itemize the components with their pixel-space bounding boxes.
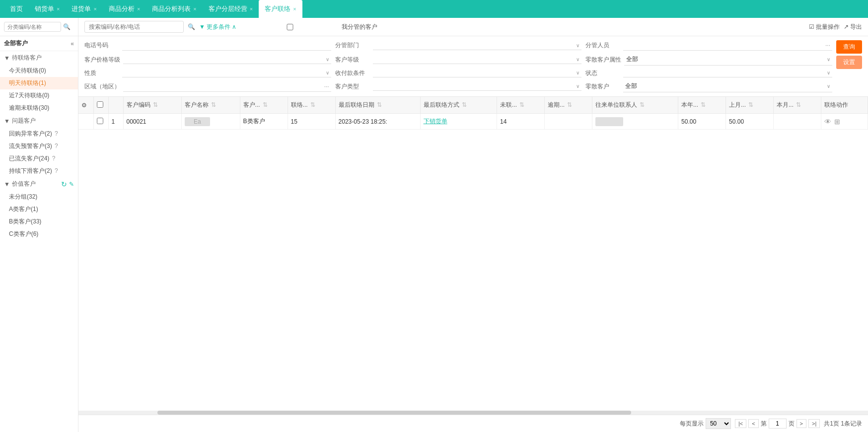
th-contact-count[interactable]: 联络... ⇅ bbox=[288, 97, 335, 114]
td-index: 1 bbox=[108, 114, 123, 130]
more-options-icon[interactable]: ··· bbox=[825, 42, 830, 49]
sidebar-item-type-c[interactable]: C类客户(6) bbox=[0, 228, 78, 240]
sidebar-item-loss-risk[interactable]: 流失预警客户(3) ? bbox=[0, 140, 78, 152]
td-last-contact-method: 下销货单 bbox=[420, 114, 497, 130]
nav-purchase-order[interactable]: 进货单 × bbox=[66, 0, 102, 18]
nav-sales-order[interactable]: 销货单 × bbox=[29, 0, 66, 18]
region-more-icon[interactable]: ··· bbox=[324, 83, 329, 90]
refresh-icon[interactable]: ↻ bbox=[61, 180, 67, 188]
filter-nature-select[interactable]: ∨ bbox=[122, 69, 331, 77]
triangle-icon-3: ▼ bbox=[4, 181, 10, 188]
close-product-analysis-icon[interactable]: × bbox=[137, 6, 140, 12]
filter-payment: 收付款条件 ∨ bbox=[335, 69, 582, 77]
th-last-month[interactable]: 上月... ⇅ bbox=[726, 97, 774, 114]
sort-icon-name: ⇅ bbox=[211, 101, 216, 108]
filter-region-select[interactable]: ··· bbox=[123, 81, 331, 92]
close-customer-contact-icon[interactable]: × bbox=[293, 6, 296, 12]
all-customers-header[interactable]: 全部客户 « bbox=[0, 36, 78, 51]
batch-operation-btn[interactable]: ☑ 批量操作 bbox=[809, 23, 840, 31]
collapse-icon[interactable]: « bbox=[71, 40, 74, 47]
th-customer-name[interactable]: 客户名称 ⇅ bbox=[182, 97, 240, 114]
first-page-btn[interactable]: |< bbox=[735, 419, 746, 428]
filter-retail-select[interactable]: 全部 ∨ bbox=[623, 80, 832, 92]
prev-page-btn[interactable]: < bbox=[748, 419, 758, 428]
td-actions: 👁 ⊞ bbox=[821, 114, 868, 130]
horizontal-scrollbar[interactable] bbox=[78, 411, 868, 415]
row-checkbox[interactable] bbox=[97, 118, 103, 124]
page-number-input[interactable] bbox=[769, 419, 787, 429]
close-purchase-order-icon[interactable]: × bbox=[93, 6, 96, 12]
nav-customer-tier[interactable]: 客户分层经营 × bbox=[203, 0, 259, 18]
sidebar-group-value-customers[interactable]: ▼ 价值客户 ↻ ✎ bbox=[0, 177, 78, 191]
page-suffix: 页 bbox=[789, 420, 795, 428]
sidebar-item-type-a[interactable]: A类客户(1) bbox=[0, 203, 78, 216]
sidebar-item-type-b[interactable]: B类客户(33) bbox=[0, 216, 78, 228]
my-customers-checkbox[interactable] bbox=[240, 24, 340, 30]
sidebar-item-ungrouped[interactable]: 未分组(32) bbox=[0, 191, 78, 203]
nav-product-analysis-list[interactable]: 商品分析列表 × bbox=[146, 0, 202, 18]
query-button[interactable]: 查询 bbox=[836, 40, 862, 54]
nav-home[interactable]: 首页 bbox=[4, 0, 29, 18]
filter-customer-level: 客户等级 ∨ bbox=[335, 55, 582, 64]
sidebar-item-today[interactable]: 今天待联络(0) bbox=[0, 65, 78, 77]
select-all-checkbox[interactable] bbox=[97, 101, 103, 108]
th-no-contact[interactable]: 未联... ⇅ bbox=[497, 97, 545, 114]
th-settings[interactable]: ⚙ bbox=[78, 97, 93, 114]
close-product-analysis-list-icon[interactable]: × bbox=[193, 6, 196, 12]
customer-type-caret-icon: ∨ bbox=[576, 83, 579, 89]
sidebar-search-input[interactable] bbox=[4, 22, 61, 32]
qrcode-icon[interactable]: ⊞ bbox=[834, 118, 840, 126]
export-btn[interactable]: ↗ 导出 bbox=[844, 23, 862, 31]
per-page-select[interactable]: 50 100 bbox=[706, 418, 731, 429]
th-last-contact-method[interactable]: 最后联络方式 ⇅ bbox=[420, 97, 497, 114]
filter-retail-attr-select[interactable]: 全部 ∨ bbox=[624, 54, 832, 66]
sidebar-item-lost[interactable]: 已流失客户(24) ? bbox=[0, 152, 78, 165]
main-layout: 🔍 全部客户 « ▼ 待联络客户 今天待联络(0) 明天待联络(1) 近7天待联… bbox=[0, 18, 868, 432]
filter-status-select[interactable]: ∨ bbox=[623, 69, 832, 77]
view-icon[interactable]: 👁 bbox=[824, 118, 831, 126]
th-current-year[interactable]: 本年... ⇅ bbox=[678, 97, 726, 114]
sidebar-item-continuous-decline[interactable]: 持续下滑客户(2) ? bbox=[0, 165, 78, 177]
sidebar-item-repurchase-abnormal[interactable]: 回购异常客户(2) ? bbox=[0, 128, 78, 140]
page-label: 第 bbox=[761, 420, 767, 428]
contact-method-link[interactable]: 下销货单 bbox=[424, 118, 447, 125]
nav-customer-contact[interactable]: 客户联络 × bbox=[259, 0, 302, 18]
nav-product-analysis[interactable]: 商品分析 × bbox=[103, 0, 146, 18]
close-sales-order-icon[interactable]: × bbox=[57, 6, 60, 12]
td-no-contact: 14 bbox=[497, 114, 545, 130]
filter-customer-type-label: 客户类型 bbox=[335, 82, 370, 91]
sidebar-item-tomorrow[interactable]: 明天待联络(1) bbox=[0, 77, 78, 89]
search-input[interactable] bbox=[84, 21, 184, 33]
sort-icon-method: ⇅ bbox=[462, 101, 467, 108]
sidebar-item-overdue[interactable]: 逾期未联络(30) bbox=[0, 102, 78, 114]
sidebar-group-pending-contact[interactable]: ▼ 待联络客户 bbox=[0, 51, 78, 65]
next-page-btn[interactable]: > bbox=[796, 419, 806, 428]
settings-button[interactable]: 设置 bbox=[836, 56, 862, 69]
filter-more-btn[interactable]: ▼ 更多条件 ∧ bbox=[199, 23, 236, 31]
th-partner-contact[interactable]: 往来单位联系人 ⇅ bbox=[592, 97, 678, 114]
th-current-month[interactable]: 本月... ⇅ bbox=[774, 97, 821, 114]
sidebar-group-problem-customers[interactable]: ▼ 问题客户 bbox=[0, 114, 78, 128]
last-page-btn[interactable]: >| bbox=[808, 419, 820, 428]
filter-price-select[interactable]: ∨ bbox=[123, 55, 331, 64]
filter-payment-select[interactable]: ∨ bbox=[373, 69, 582, 77]
td-overdue bbox=[545, 114, 592, 130]
th-overdue[interactable]: 逾期... ⇅ bbox=[545, 97, 592, 114]
filter-customer-level-select[interactable]: ∨ bbox=[373, 55, 582, 64]
th-last-contact-date[interactable]: 最后联络日期 ⇅ bbox=[335, 97, 420, 114]
price-caret-icon: ∨ bbox=[326, 57, 329, 62]
filter-phone-input[interactable] bbox=[122, 40, 331, 51]
close-customer-tier-icon[interactable]: × bbox=[250, 6, 253, 12]
th-customer-code[interactable]: 客户编码 ⇅ bbox=[123, 97, 182, 114]
filter-dept-select[interactable]: ∨ bbox=[373, 41, 582, 50]
scrollbar-thumb[interactable] bbox=[157, 411, 631, 415]
sidebar-search-icon[interactable]: 🔍 bbox=[63, 23, 71, 30]
filter-manager-select[interactable]: ··· bbox=[623, 40, 832, 51]
td-customer-code: 000021 bbox=[123, 114, 182, 130]
th-customer-type[interactable]: 客户... ⇅ bbox=[240, 97, 288, 114]
triangle-icon-2: ▼ bbox=[4, 118, 10, 125]
sidebar-item-near7days[interactable]: 近7天待联络(0) bbox=[0, 89, 78, 102]
edit-icon[interactable]: ✎ bbox=[69, 181, 74, 188]
search-button[interactable]: 🔍 bbox=[188, 23, 195, 30]
filter-customer-type-select[interactable]: ∨ bbox=[373, 82, 582, 91]
